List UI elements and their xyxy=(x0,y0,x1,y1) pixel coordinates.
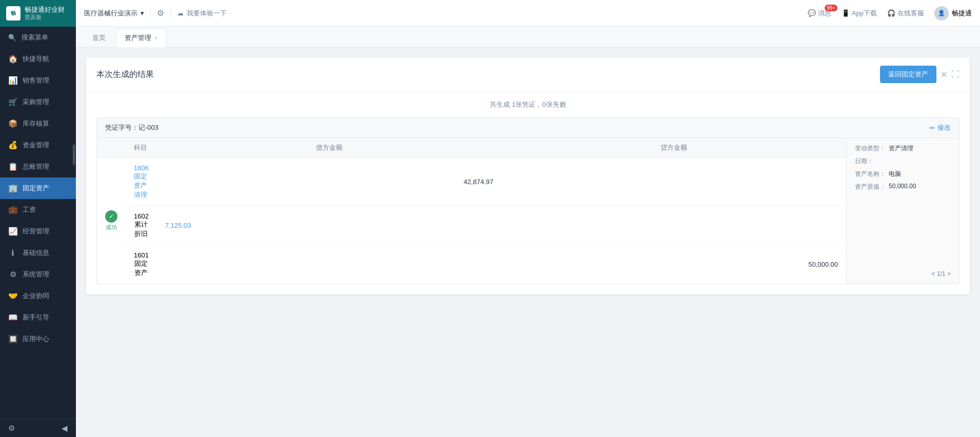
account-cell: 1606 固定资产清理 xyxy=(126,158,157,206)
sidebar-item-label: 搜索菜单 xyxy=(22,33,48,42)
guide-icon: 📖 xyxy=(8,313,17,322)
credit-cell xyxy=(502,206,846,245)
side-date: 日期： xyxy=(855,157,951,166)
company-selector[interactable]: 医疗器械行业演示 ▾ xyxy=(84,9,144,18)
sidebar-item-guide[interactable]: 📖 新手引导 xyxy=(0,307,76,328)
sidebar-item-label: 销售管理 xyxy=(23,76,49,85)
app-download-button[interactable]: 📱 App下载 xyxy=(842,9,877,18)
experience-button[interactable]: ☁ 我要体验一下 xyxy=(177,9,227,18)
return-button[interactable]: 返回固定资产 xyxy=(880,66,936,83)
tab-close-icon[interactable]: × xyxy=(154,35,157,41)
sidebar-item-label: 资金管理 xyxy=(23,141,49,150)
table-row: 1601 固定资产 50,000.00 xyxy=(97,245,846,284)
date-label: 日期： xyxy=(855,157,873,166)
main-area: 医疗器械行业演示 ▾ ⚙ ☁ 我要体验一下 💬 消息 99+ 📱 App下载 🎧… xyxy=(76,0,980,437)
user-name: 畅捷通 xyxy=(952,9,972,18)
change-type-label: 变动类型： xyxy=(855,144,886,153)
sidebar-item-label: 基础信息 xyxy=(23,248,49,257)
purchase-icon: 🛒 xyxy=(8,97,17,107)
topbar: 医疗器械行业演示 ▾ ⚙ ☁ 我要体验一下 💬 消息 99+ 📱 App下载 🎧… xyxy=(76,0,980,27)
headset-icon: 🎧 xyxy=(887,9,895,17)
settings-footer-icon[interactable]: ⚙ xyxy=(8,424,15,433)
sidebar-item-quicknav[interactable]: 🏠 快捷导航 xyxy=(0,48,76,70)
close-button[interactable]: ✕ xyxy=(941,70,947,80)
collapse-icon[interactable]: ◀ xyxy=(62,424,68,433)
asset-value-value: 50,000.00 xyxy=(889,183,916,191)
pagination-next[interactable]: > xyxy=(947,270,951,277)
pagination: < 1/1 > xyxy=(855,270,951,277)
sidebar-item-label: 企业协同 xyxy=(23,291,49,301)
sidebar-item-fixed-assets[interactable]: 🏢 固定资产 xyxy=(0,177,76,199)
sidebar-item-purchase[interactable]: 🛒 采购管理 xyxy=(0,91,76,113)
sidebar-item-finance[interactable]: 💰 资金管理 xyxy=(0,134,76,156)
side-change-type: 变动类型： 资产清理 xyxy=(855,144,951,153)
sidebar-item-inventory[interactable]: 📦 库存核算 xyxy=(0,113,76,134)
sidebar-item-ledger[interactable]: 📋 总账管理 xyxy=(0,156,76,177)
account-cell: 1601 固定资产 xyxy=(126,245,157,284)
tab-asset-management[interactable]: 资产管理 × xyxy=(116,29,166,47)
voucher-main: 科目 借方金额 贷方金额 ✓ 成 xyxy=(97,138,846,284)
voucher-section: 凭证字号：记-003 ✏ 修改 科目 借方金额 xyxy=(96,117,959,284)
sidebar-item-label: 工资 xyxy=(23,205,36,214)
sidebar-item-basic-info[interactable]: ℹ 基础信息 xyxy=(0,242,76,264)
voucher-id: 凭证字号：记-003 xyxy=(105,123,158,132)
sidebar-item-app-center[interactable]: 🔲 应用中心 xyxy=(0,328,76,350)
side-asset-name: 资产名称： 电脑 xyxy=(855,170,951,178)
result-card: 本次生成的结果 返回固定资产 ✕ ⛶ 共生成 1张凭证，0张失败 凭证字号：记-… xyxy=(86,57,970,294)
management-icon: 📈 xyxy=(8,227,17,236)
user-menu[interactable]: 👤 畅捷通 xyxy=(934,6,972,21)
asset-value-label: 资产原值： xyxy=(855,183,886,191)
sidebar-item-search[interactable]: 🔍 搜索菜单 xyxy=(0,27,76,48)
tabbar: 首页 资产管理 × xyxy=(76,27,980,47)
sidebar-scroll-area: 🔍 搜索菜单 🏠 快捷导航 📊 销售管理 🛒 采购管理 📦 库存核算 💰 xyxy=(0,27,76,419)
phone-icon: 📱 xyxy=(842,9,850,17)
success-icon: ✓ xyxy=(105,210,117,223)
pagination-prev[interactable]: < xyxy=(932,270,935,277)
edit-icon: ✏ xyxy=(930,124,935,132)
expand-button[interactable]: ⛶ xyxy=(951,70,959,79)
sidebar: 畅 畅捷通好业财 普及版 🔍 搜索菜单 🏠 快捷导航 📊 销售管理 🛒 xyxy=(0,0,76,437)
home-icon: 🏠 xyxy=(8,54,17,64)
sidebar-item-collab[interactable]: 🤝 企业协同 xyxy=(0,285,76,307)
salary-icon: 💼 xyxy=(8,205,17,214)
sidebar-item-label: 总账管理 xyxy=(23,162,49,171)
credit-cell xyxy=(502,158,846,206)
sidebar-item-salary[interactable]: 💼 工资 xyxy=(0,199,76,221)
online-service-button[interactable]: 🎧 在线客服 xyxy=(887,9,924,18)
table-row: ✓ 成功 1606 固定资产清理 42,874.97 xyxy=(97,158,846,206)
result-summary: 共生成 1张凭证，0张失败 xyxy=(86,92,970,117)
cloud-icon: ☁ xyxy=(177,9,184,17)
basic-info-icon: ℹ xyxy=(8,248,17,257)
debit-cell: 42,874.97 xyxy=(157,158,502,206)
app-title: 畅捷通好业财 xyxy=(25,6,65,14)
topbar-settings-icon[interactable]: ⚙ xyxy=(157,8,164,18)
sidebar-item-management[interactable]: 📈 经营管理 xyxy=(0,221,76,242)
col-debit: 借方金额 xyxy=(157,138,502,158)
sidebar-footer: ⚙ ◀ xyxy=(0,419,76,437)
tab-home[interactable]: 首页 xyxy=(84,29,114,47)
asset-name-value: 电脑 xyxy=(889,170,901,178)
status-label: 成功 xyxy=(105,224,117,231)
change-type-value: 资产清理 xyxy=(889,144,913,153)
system-icon: ⚙ xyxy=(8,270,17,279)
sidebar-item-sales[interactable]: 📊 销售管理 xyxy=(0,70,76,91)
message-icon: 💬 xyxy=(808,9,816,17)
sidebar-item-system[interactable]: ⚙ 系统管理 xyxy=(0,264,76,285)
sidebar-item-label: 采购管理 xyxy=(23,97,49,107)
voucher-body: 科目 借方金额 贷方金额 ✓ 成 xyxy=(97,138,959,284)
card-header: 本次生成的结果 返回固定资产 ✕ ⛶ xyxy=(86,57,970,92)
edit-button[interactable]: ✏ 修改 xyxy=(930,123,951,132)
tab-home-label: 首页 xyxy=(92,33,106,43)
sidebar-item-label: 快捷导航 xyxy=(23,54,49,64)
col-status xyxy=(97,138,126,158)
voucher-header: 凭证字号：记-003 ✏ 修改 xyxy=(97,118,959,138)
topbar-right: 💬 消息 99+ 📱 App下载 🎧 在线客服 👤 畅捷通 xyxy=(808,6,972,21)
table-row: 1602 累计折旧 7,125.03 xyxy=(97,206,846,245)
message-button[interactable]: 💬 消息 99+ xyxy=(808,9,831,18)
sidebar-item-label: 经营管理 xyxy=(23,227,49,236)
search-icon: 🔍 xyxy=(8,34,16,42)
experience-label: 我要体验一下 xyxy=(187,9,227,18)
col-subject: 科目 xyxy=(126,138,157,158)
fixed-assets-icon: 🏢 xyxy=(8,184,17,193)
sidebar-item-label: 库存核算 xyxy=(23,119,49,128)
